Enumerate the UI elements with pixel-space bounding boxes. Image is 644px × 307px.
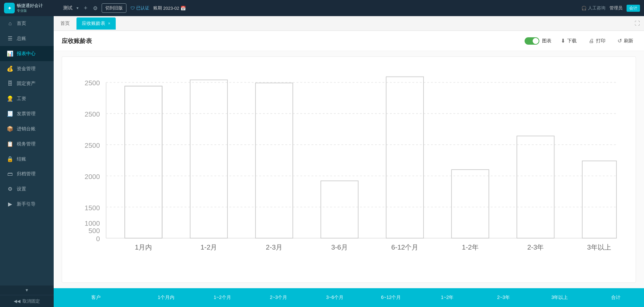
sidebar-item-ledger[interactable]: ☰ 总账 [0,31,54,46]
tab-expand-button[interactable]: ⛶ [632,19,643,28]
col-customer-label: 客户 [91,295,101,300]
logo-icon: ✦ [4,3,15,13]
sidebar-item-archive[interactable]: 🗃 归档管理 [0,167,54,181]
col-total-label: 合计 [611,295,621,300]
sidebar-item-home[interactable]: ⌂ 首页 [0,16,54,31]
sidebar-label-fund: 资金管理 [17,66,36,72]
topbar: ✦ 畅捷通好会计 专业版 测试 ▾ + ⚙ 切到旧版 🛡 已认证 账期 2023… [0,0,644,16]
service-icon: 🎧 [581,6,587,11]
svg-text:2500: 2500 [85,80,100,87]
print-label: 打印 [596,38,605,44]
sidebar-item-wages[interactable]: 👷 工资 [0,91,54,106]
tab-receivable-aging[interactable]: 应收账龄表 × [76,17,116,30]
svg-text:2500: 2500 [85,111,100,118]
chart-toggle[interactable] [525,37,539,45]
sidebar-label-close: 结账 [17,156,26,162]
svg-text:6-12个月: 6-12个月 [391,244,419,251]
close-account-icon: 🔒 [7,156,13,162]
pin-icon: ◀◀ [14,299,20,304]
tab-active-label: 应收账龄表 [82,20,105,27]
user-name[interactable]: 管理员 [609,5,623,11]
sidebar-item-assets[interactable]: 🗄 固定资产 [0,76,54,91]
svg-text:500: 500 [89,227,100,234]
sidebar-scroll-down-button[interactable]: ▼ [0,286,54,295]
sidebar-item-invoice[interactable]: 🧾 发票管理 [0,106,54,121]
col-1month: 1个月内 [138,295,194,301]
svg-text:2000: 2000 [85,173,100,180]
svg-text:0: 0 [96,235,100,243]
tab-home-label: 首页 [60,20,70,27]
refresh-icon: ↺ [618,38,622,44]
user-role[interactable]: 会计 [627,5,640,12]
sidebar-label-wages: 工资 [17,96,26,102]
logo-area: ✦ 畅捷通好会计 专业版 [4,3,58,13]
fund-icon: 💰 [7,65,13,72]
sidebar-label-stock: 进销台账 [17,126,36,132]
period-info: 账期 2023-02 📅 [153,5,186,11]
main-layout: ⌂ 首页 ☰ 总账 📊 报表中心 💰 资金管理 🗄 固定资产 👷 工资 [0,16,644,307]
tab-home[interactable]: 首页 [55,17,75,30]
col-1-2month: 1~2个月 [194,295,251,301]
switch-old-version-button[interactable]: 切到旧版 [102,3,126,13]
tax-icon: 📋 [7,141,13,147]
sidebar-item-guide[interactable]: ▶ 新手引导 [0,196,54,212]
reports-icon: 📊 [7,50,13,57]
logo-name: 畅捷通好会计 [17,3,43,8]
stock-icon: 📦 [7,126,13,132]
sidebar-item-tax[interactable]: 📋 税务管理 [0,136,54,151]
col-2-3year-label: 2~3年 [497,295,510,300]
wages-icon: 👷 [7,95,13,102]
chart-container: 2500 2500 2500 2000 1500 1000 500 0 [62,56,636,283]
sidebar-item-stock[interactable]: 📦 进销台账 [0,121,54,136]
col-2-3year: 2~3年 [475,295,532,301]
col-1-2month-label: 1~2个月 [214,295,231,300]
svg-text:1500: 1500 [85,204,100,212]
sidebar-label-reports: 报表中心 [17,51,36,57]
tab-close-icon[interactable]: × [108,21,110,26]
sidebar-item-close[interactable]: 🔒 结账 [0,151,54,167]
col-3year-plus: 3年以上 [532,295,588,301]
svg-text:3年以上: 3年以上 [587,244,611,251]
col-2-3month-label: 2~3个月 [270,295,287,300]
refresh-button[interactable]: ↺ 刷新 [615,36,636,45]
add-button[interactable]: + [83,3,89,13]
sidebar-item-fund[interactable]: 💰 资金管理 [0,61,54,76]
print-icon: 🖨 [589,38,594,44]
calendar-icon[interactable]: 📅 [180,6,186,11]
sidebar-item-settings[interactable]: ⚙ 设置 [0,181,54,196]
verified-badge: 🛡 已认证 [130,5,149,11]
verified-label: 已认证 [136,5,149,11]
svg-rect-25 [386,77,423,238]
settings-icon[interactable]: ⚙ [93,5,98,11]
col-6-12month-label: 6~12个月 [381,295,401,300]
company-dropdown-icon[interactable]: ▾ [76,6,78,10]
sidebar-label-settings: 设置 [17,186,26,192]
svg-rect-17 [125,86,162,238]
table-header: 客户 1个月内 1~2个月 2~3个月 3~6个月 6~12 [54,288,644,307]
home-icon: ⌂ [7,20,13,27]
bar-chart: 2500 2500 2500 2000 1500 1000 500 0 [69,63,629,276]
svg-rect-27 [451,170,489,238]
tab-bar: 首页 应收账龄表 × ⛶ [54,16,644,31]
page-actions: 图表 ⬇ 下载 🖨 打印 ↺ 刷新 [525,36,636,45]
col-1month-label: 1个月内 [158,295,174,300]
ledger-icon: ☰ [7,35,13,42]
col-1-2year-label: 1~2年 [441,295,453,300]
assets-icon: 🗄 [7,81,13,87]
period-label: 账期 [153,5,162,11]
col-3-6month: 3~6个月 [307,295,363,301]
col-3-6month-label: 3~6个月 [326,295,343,300]
print-button[interactable]: 🖨 打印 [586,37,608,45]
svg-rect-31 [582,161,616,238]
service-button[interactable]: 🎧 人工咨询 [581,5,605,11]
sidebar-item-reports[interactable]: 📊 报表中心 [0,46,54,61]
svg-text:1-2月: 1-2月 [201,244,217,251]
page-title: 应收账龄表 [62,37,92,45]
period-value: 2023-02 [163,6,179,11]
svg-text:1000: 1000 [85,220,100,227]
download-button[interactable]: ⬇ 下载 [558,36,579,45]
sidebar-pin-button[interactable]: ◀◀ 取消固定 [0,295,54,307]
sidebar-scroll: ⌂ 首页 ☰ 总账 📊 报表中心 💰 资金管理 🗄 固定资产 👷 工资 [0,16,54,286]
sidebar-label-invoice: 发票管理 [17,111,36,117]
svg-text:3-6月: 3-6月 [331,244,348,251]
